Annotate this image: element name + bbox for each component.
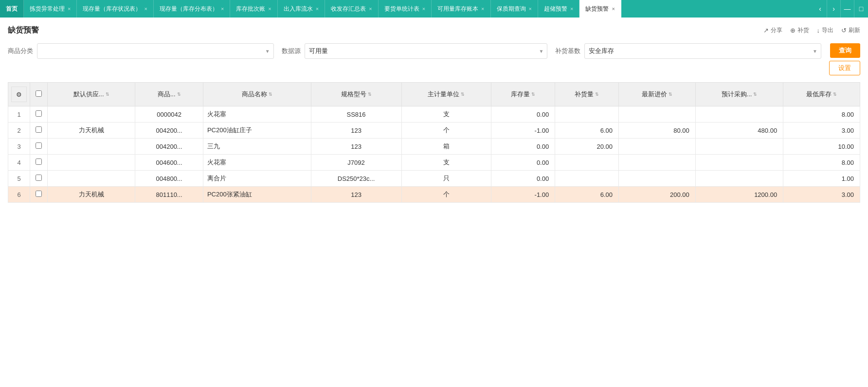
tab-order-stats[interactable]: 要货单统计表 × bbox=[379, 0, 432, 18]
category-select[interactable] bbox=[37, 43, 274, 59]
row-checkbox-0[interactable] bbox=[36, 110, 42, 117]
cell-goodsname-1: PC200油缸庄子 bbox=[203, 123, 311, 139]
cell-supplier-3 bbox=[48, 155, 135, 171]
share-button[interactable]: ↗ 分享 bbox=[763, 26, 782, 35]
cell-latestprice-2 bbox=[619, 139, 696, 155]
cell-stock-3: 0.00 bbox=[491, 155, 555, 171]
th-stock-sort[interactable]: 库存量 ⇅ bbox=[494, 90, 552, 99]
stock-sort-icon: ⇅ bbox=[531, 92, 535, 97]
th-latestprice-sort[interactable]: 最新进价 ⇅ bbox=[622, 90, 692, 99]
cell-spec-0: SS816 bbox=[311, 106, 401, 123]
cell-check-5[interactable] bbox=[30, 187, 48, 203]
tab-bar: 首页 拣货异常处理 × 现存量（库存状况表） × 现存量（库存分布表） × 库存… bbox=[0, 0, 868, 18]
tab-inventory-status[interactable]: 现存量（库存状况表） × bbox=[77, 0, 153, 18]
th-estpurchase-sort[interactable]: 预计采购... ⇅ bbox=[699, 90, 780, 99]
th-spec-sort[interactable]: 规格型号 ⇅ bbox=[314, 90, 398, 99]
cell-supplier-0 bbox=[48, 106, 135, 123]
tab-expiry-query-close[interactable]: × bbox=[529, 6, 532, 12]
tab-available-ledger[interactable]: 可用量库存账本 × bbox=[432, 0, 490, 18]
cell-latestprice-0 bbox=[619, 106, 696, 123]
tab-order-stats-label: 要货单统计表 bbox=[384, 5, 419, 13]
header-actions: ↗ 分享 ⊕ 补货 ↓ 导出 ↺ 刷新 bbox=[763, 26, 861, 35]
table-settings-gear[interactable]: ⚙ bbox=[11, 87, 27, 102]
replenish-label: 补货 bbox=[797, 26, 809, 35]
th-replenish: 补货量 ⇅ bbox=[555, 83, 619, 106]
datasource-value: 可用量 bbox=[309, 47, 328, 55]
th-replenish-sort[interactable]: 补货量 ⇅ bbox=[558, 90, 615, 99]
tab-inventory-dist[interactable]: 现存量（库存分布表） × bbox=[154, 0, 230, 18]
datasource-select[interactable]: 可用量 bbox=[305, 43, 548, 59]
cell-estpurchase-5: 1200.00 bbox=[695, 187, 783, 203]
latestprice-sort-icon: ⇅ bbox=[669, 92, 672, 97]
cell-minstock-3: 8.00 bbox=[783, 155, 860, 171]
row-checkbox-5[interactable] bbox=[36, 191, 42, 197]
tab-expiry-query[interactable]: 保质期查询 × bbox=[491, 0, 538, 18]
export-button[interactable]: ↓ 导出 bbox=[817, 26, 834, 35]
tab-maximize-btn[interactable]: □ bbox=[854, 0, 868, 18]
settings-button[interactable]: 设置 bbox=[829, 61, 860, 75]
tab-inventory-dist-close[interactable]: × bbox=[221, 6, 224, 12]
tab-abnormal[interactable]: 拣货异常处理 × bbox=[24, 0, 77, 18]
cell-unit-0: 支 bbox=[401, 106, 491, 123]
query-button[interactable]: 查询 bbox=[830, 43, 860, 58]
th-minstock: 最低库存 ⇅ bbox=[783, 83, 860, 106]
cell-check-1[interactable] bbox=[30, 123, 48, 139]
th-unit-sort[interactable]: 主计量单位 ⇅ bbox=[405, 90, 488, 99]
th-goodscode-sort[interactable]: 商品... ⇅ bbox=[138, 90, 200, 99]
cell-goodsname-0: 火花塞 bbox=[203, 106, 311, 123]
gear-icon: ⚙ bbox=[16, 91, 22, 98]
tab-batch-account[interactable]: 库存批次账 × bbox=[230, 0, 277, 18]
tab-shortage[interactable]: 缺货预警 × bbox=[579, 0, 621, 18]
th-stock: 库存量 ⇅ bbox=[491, 83, 555, 106]
th-unit-label: 主计量单位 bbox=[428, 90, 459, 99]
th-goodsname-sort[interactable]: 商品名称 ⇅ bbox=[206, 90, 308, 99]
th-estpurchase-label: 预计采购... bbox=[722, 90, 752, 99]
page-header: 缺货预警 ↗ 分享 ⊕ 补货 ↓ 导出 ↺ 刷新 bbox=[8, 25, 860, 35]
cell-replenish-4 bbox=[555, 171, 619, 187]
cell-check-4[interactable] bbox=[30, 171, 48, 187]
tab-inventory-status-close[interactable]: × bbox=[144, 6, 147, 12]
cell-index-4: 5 bbox=[8, 171, 30, 187]
cell-unit-2: 箱 bbox=[401, 139, 491, 155]
th-goodscode-label: 商品... bbox=[158, 90, 176, 99]
cell-check-3[interactable] bbox=[30, 155, 48, 171]
tab-batch-account-close[interactable]: × bbox=[268, 6, 271, 12]
select-all-checkbox[interactable] bbox=[36, 90, 42, 97]
cell-check-2[interactable] bbox=[30, 139, 48, 155]
th-unit: 主计量单位 ⇅ bbox=[401, 83, 491, 106]
row-checkbox-3[interactable] bbox=[36, 158, 42, 165]
tab-overstock-close[interactable]: × bbox=[570, 6, 573, 12]
tab-prev-btn[interactable]: ‹ bbox=[814, 0, 827, 18]
cell-index-1: 2 bbox=[8, 123, 30, 139]
row-checkbox-4[interactable] bbox=[36, 175, 42, 181]
tab-receive-summary[interactable]: 收发存汇总表 × bbox=[325, 0, 378, 18]
replenish-base-select[interactable]: 安全库存 bbox=[584, 43, 821, 59]
cell-minstock-0: 8.00 bbox=[783, 106, 860, 123]
replenish-button[interactable]: ⊕ 补货 bbox=[790, 26, 809, 35]
th-minstock-sort[interactable]: 最低库存 ⇅ bbox=[786, 90, 857, 99]
tab-receive-summary-close[interactable]: × bbox=[369, 6, 372, 12]
tab-inventory-status-label: 现存量（库存状况表） bbox=[83, 5, 141, 13]
tab-minimize-btn[interactable]: — bbox=[841, 0, 854, 18]
tab-home[interactable]: 首页 bbox=[0, 0, 24, 18]
tab-overstock[interactable]: 超储预警 × bbox=[538, 0, 579, 18]
tab-inout-flow-close[interactable]: × bbox=[316, 6, 319, 12]
tab-shortage-close[interactable]: × bbox=[612, 6, 615, 12]
tab-inout-flow[interactable]: 出入库流水 × bbox=[278, 0, 325, 18]
cell-replenish-1: 6.00 bbox=[555, 123, 619, 139]
tab-order-stats-close[interactable]: × bbox=[422, 6, 425, 12]
cell-check-0[interactable] bbox=[30, 106, 48, 123]
th-supplier-sort[interactable]: 默认供应... ⇅ bbox=[51, 90, 132, 99]
refresh-button[interactable]: ↺ 刷新 bbox=[841, 26, 860, 35]
cell-stock-0: 0.00 bbox=[491, 106, 555, 123]
cell-estpurchase-3 bbox=[695, 155, 783, 171]
cell-index-5: 6 bbox=[8, 187, 30, 203]
tab-abnormal-close[interactable]: × bbox=[68, 6, 71, 12]
row-checkbox-1[interactable] bbox=[36, 126, 42, 133]
cell-index-0: 1 bbox=[8, 106, 30, 123]
row-checkbox-2[interactable] bbox=[36, 142, 42, 149]
cell-latestprice-1: 80.00 bbox=[619, 123, 696, 139]
tab-next-btn[interactable]: › bbox=[827, 0, 841, 18]
cell-minstock-5: 3.00 bbox=[783, 187, 860, 203]
tab-available-ledger-close[interactable]: × bbox=[481, 6, 484, 12]
